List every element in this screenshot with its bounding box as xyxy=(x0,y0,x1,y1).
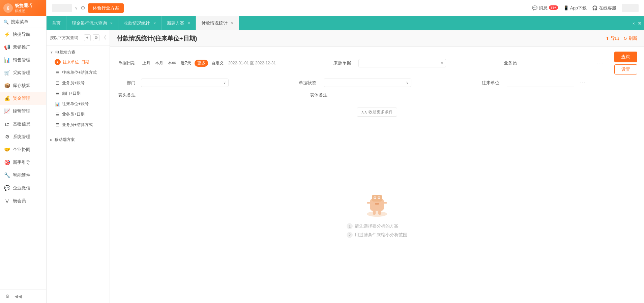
online-service-btn[interactable]: 🎧 在线客服 xyxy=(592,5,616,11)
date-opt-this-month[interactable]: 本月 xyxy=(154,60,165,67)
date-opt-this-year[interactable]: 本年 xyxy=(167,60,177,67)
hardware-icon: 🔧 xyxy=(4,172,10,178)
sidebar-item-enterprise[interactable]: 🤝 企业协同 xyxy=(0,143,46,156)
salesman-input[interactable] xyxy=(524,59,592,67)
scheme-grid-icon2: ☰ xyxy=(55,81,60,86)
sidebar-item-sales[interactable]: 📊 销售管理 xyxy=(0,54,46,66)
sidebar-item-label: 新手引导 xyxy=(13,159,30,165)
tab-new-scheme-close[interactable]: × xyxy=(188,21,190,26)
trial-btn[interactable]: 体验行业方案 xyxy=(88,3,124,13)
sidebar-item-label: 企业微信 xyxy=(13,185,30,191)
table-body-input[interactable] xyxy=(335,91,422,99)
scheme-item-partner-account[interactable]: 📊 往来单位+账号 xyxy=(47,99,110,109)
sidebar-item-quick-nav[interactable]: ⚡ 快捷导航 xyxy=(0,28,46,41)
scheme-item-partner-settle[interactable]: ☰ 往来单位+结算方式 xyxy=(47,67,110,78)
app-download-btn[interactable]: 📱 App下载 xyxy=(563,5,587,11)
tab-payment-close[interactable]: × xyxy=(231,21,233,26)
date-opt-custom[interactable]: 自定义 xyxy=(210,60,225,67)
bill-status-select[interactable] xyxy=(324,79,411,87)
active-dot-icon: ● xyxy=(55,59,61,65)
sidebar-item-label: 基础信息 xyxy=(13,121,30,127)
scheme-item-dept-date[interactable]: ☰ 部门+日期 xyxy=(47,88,110,99)
quick-nav-icon: ⚡ xyxy=(4,31,10,37)
partner-input[interactable] xyxy=(507,79,574,87)
export-btn[interactable]: ⬆ 导出 xyxy=(606,35,619,41)
sidebar-header: 6 畅捷通巧 标准版 xyxy=(0,0,46,16)
scheme-item-salesman-date[interactable]: ☰ 业务员+日期 xyxy=(47,109,110,120)
query-btn[interactable]: 查询 xyxy=(614,52,637,62)
wechat-icon: 💬 xyxy=(4,185,10,191)
tab-payment-stats[interactable]: 付款情况统计 × xyxy=(196,16,239,30)
tab-receipt-stats[interactable]: 收款情况统计 × xyxy=(118,16,162,30)
table-header-label: 表头备注 xyxy=(117,92,136,98)
partner-label: 往来单位 xyxy=(482,80,499,86)
tab-bank-flow-close[interactable]: × xyxy=(110,21,113,26)
scheme-add-btn[interactable]: + xyxy=(84,34,91,41)
scheme-panel: 按以下方案查询 + ⚙ 《 ▼ 电脑端方案 ● 往来单位+日期 ☰ xyxy=(47,30,110,303)
enterprise-icon: 🤝 xyxy=(4,147,10,153)
sidebar-item-hardware[interactable]: 🔧 智能硬件 xyxy=(0,169,46,182)
refresh-btn[interactable]: ↻ 刷新 xyxy=(623,35,637,41)
scheme-collapse-btn[interactable]: 《 xyxy=(101,35,106,41)
sidebar-logo-sub: 标准版 xyxy=(15,9,32,13)
inventory-icon: 📦 xyxy=(4,83,10,89)
sidebar-item-member[interactable]: V 畅会员 xyxy=(0,194,46,207)
sidebar-item-marketing[interactable]: 📢 营销推广 xyxy=(0,41,46,54)
scheme-item-label: 往来单位+日期 xyxy=(63,59,89,65)
scheme-item-partner-date[interactable]: ● 往来单位+日期 xyxy=(47,57,110,67)
sidebar-item-system[interactable]: ⚙ 系统管理 xyxy=(0,130,46,143)
company-avatar[interactable] xyxy=(52,4,72,12)
scheme-desktop-section: ▼ 电脑端方案 ● 往来单位+日期 ☰ 往来单位+结算方式 ☰ 业务员+账号 ☰ xyxy=(47,46,110,133)
scheme-desktop-title[interactable]: ▼ 电脑端方案 xyxy=(47,48,110,57)
svg-point-0 xyxy=(367,211,387,217)
collapse-up-icon: ∧∧ xyxy=(361,110,367,115)
sidebar-logo-text: 畅捷通巧 xyxy=(15,3,32,9)
date-opt-more[interactable]: 更多 xyxy=(195,60,208,67)
sidebar: 6 畅捷通巧 标准版 🔍 搜索菜单 ⚡ 快捷导航 📢 营销推广 📊 销售管理 🛒… xyxy=(0,0,47,303)
topbar-settings-icon[interactable]: ⚙ xyxy=(81,5,85,11)
scheme-mobile-title[interactable]: ▶ 移动端方案 xyxy=(47,135,110,144)
topbar-dropdown-arrow[interactable]: ∨ xyxy=(75,6,78,10)
source-select[interactable] xyxy=(358,59,446,67)
scheme-header: 按以下方案查询 + ⚙ 《 xyxy=(47,30,110,46)
sidebar-item-capital[interactable]: 💰 资金管理 xyxy=(0,92,46,105)
sidebar-item-inventory[interactable]: 📦 库存核算 xyxy=(0,79,46,92)
sidebar-item-label: 系统管理 xyxy=(13,134,30,140)
footer-settings-icon[interactable]: ⚙ xyxy=(3,292,11,300)
tab-receipt-close[interactable]: × xyxy=(153,21,156,26)
message-btn[interactable]: 💬 消息 99+ xyxy=(532,5,558,11)
table-header-input[interactable] xyxy=(141,91,229,99)
sidebar-item-guide[interactable]: 🎯 新手引导 xyxy=(0,156,46,169)
sidebar-item-operation[interactable]: 📈 经营管理 xyxy=(0,105,46,118)
partner-dots[interactable]: ··· xyxy=(580,80,586,86)
sidebar-item-wechat[interactable]: 💬 企业微信 xyxy=(0,182,46,194)
scheme-item-salesman-settle[interactable]: ☰ 业务员+结算方式 xyxy=(47,120,110,130)
guide-icon: 🎯 xyxy=(4,159,10,165)
scheme-chart-icon: 📊 xyxy=(55,101,60,107)
date-label: 单据日期 xyxy=(117,60,136,66)
window-maximize-icon[interactable]: ⊡ xyxy=(638,21,641,26)
date-opt-last-month[interactable]: 上月 xyxy=(141,60,152,67)
system-icon: ⚙ xyxy=(4,134,10,140)
date-opt-7days[interactable]: 近7天 xyxy=(179,60,193,67)
tab-new-scheme[interactable]: 新建方案 × xyxy=(162,16,196,30)
tabbar: 首页 现金银行流水查询 × 收款情况统计 × 新建方案 × 付款情况统计 × ×… xyxy=(47,16,644,30)
sidebar-item-base-info[interactable]: 🗂 基础信息 xyxy=(0,118,46,130)
hint-num-2: 2 xyxy=(347,232,353,238)
sidebar-item-purchase[interactable]: 🛒 采购管理 xyxy=(0,66,46,79)
user-avatar[interactable] xyxy=(622,4,639,12)
tab-home[interactable]: 首页 xyxy=(47,16,66,30)
refresh-icon: ↻ xyxy=(623,36,627,41)
window-close-icon[interactable]: × xyxy=(632,21,635,26)
scheme-item-salesman-account[interactable]: ☰ 业务员+账号 xyxy=(47,78,110,88)
sidebar-header-info: 畅捷通巧 标准版 xyxy=(15,3,32,13)
dept-select[interactable] xyxy=(141,79,229,87)
bill-status-select-wrap xyxy=(324,79,411,87)
scheme-settings-btn[interactable]: ⚙ xyxy=(93,34,99,41)
sidebar-search[interactable]: 🔍 搜索菜单 xyxy=(0,16,46,28)
settings-btn[interactable]: 设置 xyxy=(614,64,637,74)
salesman-dots[interactable]: ··· xyxy=(597,60,604,66)
collapse-conditions-btn[interactable]: ∧∧ 收起更多条件 xyxy=(357,108,397,117)
footer-collapse-icon[interactable]: ◀◀ xyxy=(14,292,22,300)
tab-bank-flow[interactable]: 现金银行流水查询 × xyxy=(66,16,118,30)
